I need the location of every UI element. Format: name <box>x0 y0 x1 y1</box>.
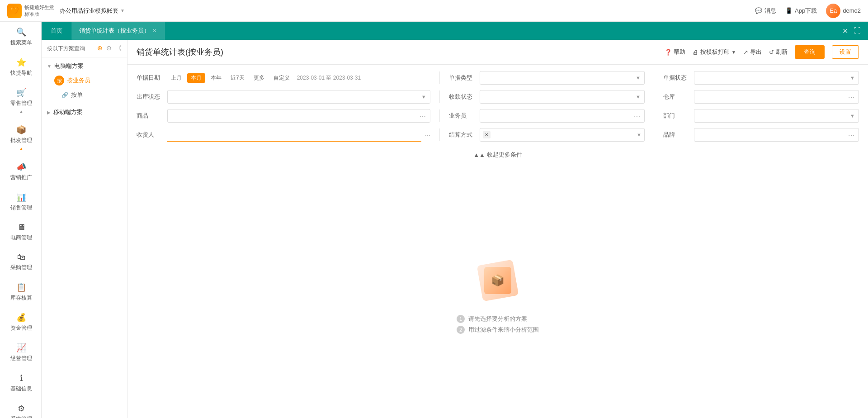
sidebar-item-finance[interactable]: 💰 资金管理 <box>0 307 41 337</box>
app-container: 🧡 畅捷通好生意 标准版 办公用品行业模拟账套 ▼ 💬 消息 📱 App下载 <box>0 0 868 418</box>
empty-state: 📦 1 请先选择要分析的方案 2 用过滤条件来缩小分析范围 <box>127 169 868 418</box>
settlement-tag-close-icon[interactable]: × <box>485 132 488 138</box>
collapse-more-button[interactable]: ▲▲ 收起更多条件 <box>137 147 859 162</box>
star-icon: ⭐ <box>16 57 26 67</box>
empty-hints: 1 请先选择要分析的方案 2 用过滤条件来缩小分析范围 <box>457 315 539 334</box>
date-tab-this-year[interactable]: 本年 <box>207 73 225 83</box>
sidebar-item-basic[interactable]: ℹ 基础信息 <box>0 368 41 398</box>
app-download-button[interactable]: 📱 App下载 <box>785 7 817 15</box>
doc-status-label: 单据状态 <box>663 74 690 82</box>
search-icon: 🔍 <box>16 27 26 37</box>
plan-item-by-order[interactable]: 🔗 按单 <box>42 88 127 102</box>
logo-text: 畅捷通好生意 标准版 <box>24 4 54 17</box>
date-tab-more[interactable]: 更多 <box>250 73 268 83</box>
export-button[interactable]: ↗ 导出 <box>743 48 762 56</box>
divider-2 <box>654 71 654 84</box>
operation-icon: 📈 <box>16 343 26 353</box>
doc-type-select[interactable]: ▼ <box>480 71 645 85</box>
payment-select[interactable]: ▼ <box>480 90 645 104</box>
date-range-display: 2023-03-01 至 2023-03-31 <box>297 74 361 82</box>
window-maximize-icon[interactable]: ⛶ <box>854 27 861 35</box>
page-actions: ❓ 帮助 🖨 按模板打印 ▼ ↗ 导出 <box>665 45 859 59</box>
collapse-icon: ▲▲ <box>473 152 485 158</box>
user-menu[interactable]: Ea demo2 <box>826 4 861 18</box>
sidebar-item-marketing[interactable]: 📣 营销推广 <box>0 157 41 187</box>
sidebar-item-retail[interactable]: 🛒 零售管理 ▲ <box>0 82 41 119</box>
sidebar-item-wholesale[interactable]: 📦 批发管理 ▲ <box>0 119 41 157</box>
collapse-panel-button[interactable]: 《 <box>115 44 122 52</box>
top-bar: 🧡 畅捷通好生意 标准版 办公用品行业模拟账套 ▼ 💬 消息 📱 App下载 <box>0 0 868 22</box>
recipient-input[interactable] <box>167 128 421 142</box>
sidebar-item-sales[interactable]: 📊 销售管理 <box>0 187 41 217</box>
query-button[interactable]: 查询 <box>795 45 825 59</box>
recipient-input-control: ··· <box>167 128 430 142</box>
sidebar-search[interactable]: 🔍 搜索菜单 <box>0 22 41 52</box>
warehouse-select[interactable]: ··· <box>694 90 859 104</box>
sidebar-item-ecommerce[interactable]: 🖥 电商管理 <box>0 217 41 247</box>
plan-group-label: 电脑端方案 <box>54 62 84 70</box>
doc-status-select[interactable]: ▼ <box>694 71 859 85</box>
add-plan-button[interactable]: ⊕ <box>97 44 103 52</box>
salesperson-select[interactable]: ··· <box>480 109 645 123</box>
date-control: 上月 本月 本年 近7天 更多 自定义 2023-03-01 至 2023-03… <box>167 73 430 83</box>
message-button[interactable]: 💬 消息 <box>755 7 776 15</box>
settings-plan-button[interactable]: ⊙ <box>106 44 112 52</box>
divider-7 <box>439 128 440 141</box>
refresh-button[interactable]: ↺ 刷新 <box>769 48 788 56</box>
filter-group-recipient: 收货人 ··· <box>137 128 430 142</box>
payment-chevron-icon: ▼ <box>636 94 641 100</box>
sidebar-item-inventory[interactable]: 📋 库存核算 <box>0 277 41 307</box>
filter-group-payment: 收款状态 ▼ <box>449 90 645 104</box>
department-select[interactable]: ▼ <box>694 109 859 123</box>
basic-icon: ℹ <box>20 373 23 383</box>
main-panel: 销货单统计表(按业务员) ❓ 帮助 🖨 按模板打印 ▼ <box>127 40 868 418</box>
ecommerce-icon: 🖥 <box>17 223 25 232</box>
left-panel: 按以下方案查询 ⊕ ⊙ 《 ▼ 电脑端方案 <box>42 40 127 418</box>
group-collapsed-icon: ▶ <box>47 110 51 115</box>
plan-item-salesperson[interactable]: 按 按业务员 <box>42 73 127 88</box>
filter-group-settlement: 结算方式 × ▼ <box>449 128 645 142</box>
date-tab-7-days[interactable]: 近7天 <box>227 73 248 83</box>
tab-home[interactable]: 首页 <box>42 22 72 40</box>
date-tab-this-month[interactable]: 本月 <box>187 73 205 83</box>
plan-group-mobile-header[interactable]: ▶ 移动端方案 <box>42 105 127 119</box>
recipient-dots-icon: ··· <box>425 131 430 138</box>
recipient-label: 收货人 <box>137 131 164 139</box>
divider-3 <box>439 90 440 103</box>
group-expand-icon: ▼ <box>47 64 52 69</box>
divider-4 <box>654 90 654 103</box>
sales-icon: 📊 <box>16 192 26 202</box>
top-bar-right: 💬 消息 📱 App下载 Ea demo2 <box>755 4 861 18</box>
sidebar: 🔍 搜索菜单 ⭐ 快捷导航 🛒 零售管理 ▲ 📦 批发管理 ▲ 📣 营销推广 <box>0 22 42 418</box>
left-panel-header: 按以下方案查询 ⊕ ⊙ 《 <box>42 40 127 57</box>
doc-type-chevron-icon: ▼ <box>636 75 641 81</box>
stock-chevron-icon: ▼ <box>421 94 426 100</box>
sidebar-item-operation[interactable]: 📈 经营管理 <box>0 337 41 368</box>
sidebar-item-system[interactable]: ⚙ 系统管理 <box>0 398 41 418</box>
marketing-icon: 📣 <box>16 162 26 172</box>
brand-dots-icon: ··· <box>848 131 855 138</box>
template-print-button[interactable]: 🖨 按模板打印 ▼ <box>693 48 736 56</box>
stock-status-select[interactable]: ▼ <box>167 90 430 104</box>
product-select[interactable]: ··· <box>167 109 430 123</box>
retail-arrow-icon: ▲ <box>19 109 24 114</box>
workspace-selector[interactable]: 办公用品行业模拟账套 ▼ <box>60 7 125 15</box>
date-tab-last-month[interactable]: 上月 <box>167 73 185 83</box>
brand-select[interactable]: ··· <box>694 128 859 142</box>
settings-button[interactable]: 设置 <box>832 45 859 59</box>
sidebar-item-purchase[interactable]: 🛍 采购管理 <box>0 247 41 277</box>
sidebar-quick-nav[interactable]: ⭐ 快捷导航 <box>0 52 41 82</box>
product-dots-icon: ··· <box>420 112 426 119</box>
window-minimize-icon[interactable]: ✕ <box>842 27 848 35</box>
filter-row-3: 商品 ··· 业务员 <box>137 109 859 123</box>
date-tab-custom[interactable]: 自定义 <box>270 73 293 83</box>
main-body: 🔍 搜索菜单 ⭐ 快捷导航 🛒 零售管理 ▲ 📦 批发管理 ▲ 📣 营销推广 <box>0 22 868 418</box>
tab-sales-stats[interactable]: 销货单统计表（按业务员） ✕ <box>72 22 165 40</box>
top-bar-left: 🧡 畅捷通好生意 标准版 办公用品行业模拟账套 ▼ <box>7 4 125 18</box>
retail-icon: 🛒 <box>16 88 26 98</box>
tab-close-icon[interactable]: ✕ <box>152 28 157 34</box>
plan-group-desktop-header[interactable]: ▼ 电脑端方案 <box>42 59 127 73</box>
department-label: 部门 <box>663 112 690 120</box>
help-button[interactable]: ❓ 帮助 <box>665 48 685 56</box>
settlement-select[interactable]: × ▼ <box>480 128 645 142</box>
